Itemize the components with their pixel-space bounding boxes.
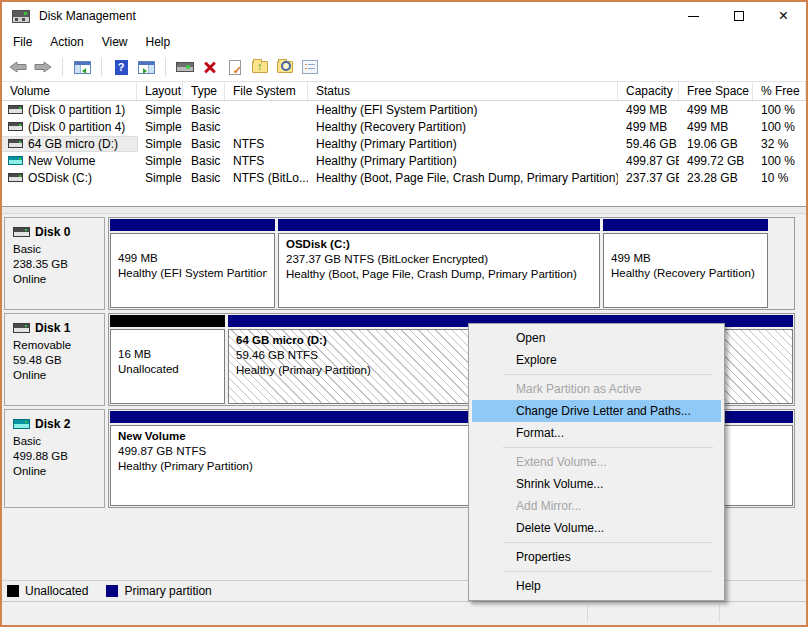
close-button[interactable]: × bbox=[761, 2, 806, 30]
primary-partition-band bbox=[603, 219, 768, 231]
forward-arrow-icon bbox=[34, 61, 52, 73]
partition-name: OSDisk (C:) bbox=[286, 237, 592, 252]
menu-item-help[interactable]: Help bbox=[472, 575, 721, 597]
volume-name: (Disk 0 partition 4) bbox=[28, 120, 125, 134]
disk-management-window: Disk Management × File Action View Help bbox=[0, 0, 808, 627]
column-header-status[interactable]: Status bbox=[308, 82, 618, 100]
menu-item-format[interactable]: Format... bbox=[472, 422, 721, 444]
volume-disk-icon bbox=[8, 156, 23, 165]
table-row[interactable]: OSDisk (C:) Simple Basic NTFS (BitLo... … bbox=[2, 169, 806, 186]
column-header-type[interactable]: Type bbox=[183, 82, 225, 100]
unallocated-band bbox=[110, 315, 225, 327]
menu-item-explore[interactable]: Explore bbox=[472, 349, 721, 371]
toolbar bbox=[2, 53, 806, 82]
minimize-button[interactable] bbox=[671, 2, 716, 30]
disk-size: 59.48 GB bbox=[13, 353, 100, 368]
menu-item-open[interactable]: Open bbox=[472, 327, 721, 349]
partition-efi-system[interactable]: 499 MB Healthy (EFI System Partition) bbox=[110, 219, 275, 308]
type-cell: Basic bbox=[183, 103, 225, 117]
menu-separator bbox=[503, 542, 713, 543]
menu-action[interactable]: Action bbox=[41, 32, 92, 52]
open-folder-icon bbox=[252, 61, 268, 73]
capacity-cell: 499 MB bbox=[618, 120, 679, 134]
explore-folder-icon bbox=[277, 61, 293, 73]
device-view-button[interactable] bbox=[175, 57, 195, 77]
forward-button[interactable] bbox=[33, 57, 53, 77]
column-header-capacity[interactable]: Capacity bbox=[618, 82, 679, 100]
partition-osdisk-c[interactable]: OSDisk (C:) 237.37 GB NTFS (BitLocker En… bbox=[278, 219, 600, 308]
column-header-layout[interactable]: Layout bbox=[137, 82, 183, 100]
menu-item-delete-volume[interactable]: Delete Volume... bbox=[472, 517, 721, 539]
open-folder-button[interactable] bbox=[250, 57, 270, 77]
menu-item-shrink-volume[interactable]: Shrink Volume... bbox=[472, 473, 721, 495]
disk-2-label-panel[interactable]: Disk 2 Basic 499.88 GB Online bbox=[4, 409, 105, 508]
document-check-icon bbox=[229, 60, 241, 75]
window-title: Disk Management bbox=[39, 9, 136, 23]
menu-item-extend-volume: Extend Volume... bbox=[472, 451, 721, 473]
menu-item-change-drive-letter[interactable]: Change Drive Letter and Paths... bbox=[472, 400, 721, 422]
menu-item-properties[interactable]: Properties bbox=[472, 546, 721, 568]
volume-name: New Volume bbox=[28, 154, 95, 168]
file-system-cell: NTFS (BitLo... bbox=[225, 171, 308, 185]
console-tree-icon bbox=[74, 61, 91, 74]
pct-free-cell: 100 % bbox=[753, 103, 806, 117]
table-row[interactable]: New Volume Simple Basic NTFS Healthy (Pr… bbox=[2, 152, 806, 169]
primary-partition-band bbox=[278, 219, 600, 231]
table-row[interactable]: (Disk 0 partition 1) Simple Basic Health… bbox=[2, 101, 806, 118]
column-header-file-system[interactable]: File System bbox=[225, 82, 308, 100]
pct-free-cell: 100 % bbox=[753, 120, 806, 134]
help-button[interactable] bbox=[111, 57, 131, 77]
menu-view[interactable]: View bbox=[93, 32, 137, 52]
status-cell: Healthy (Boot, Page File, Crash Dump, Pr… bbox=[308, 171, 618, 185]
volume-name: 64 GB micro (D:) bbox=[28, 137, 118, 151]
delete-volume-button[interactable] bbox=[200, 57, 220, 77]
menu-separator bbox=[503, 447, 713, 448]
free-space-cell: 499.72 GB bbox=[679, 154, 753, 168]
show-console-tree-button[interactable] bbox=[72, 57, 92, 77]
partition-recovery[interactable]: 499 MB Healthy (Recovery Partition) bbox=[603, 219, 768, 308]
layout-cell: Simple bbox=[137, 171, 183, 185]
show-action-pane-button[interactable] bbox=[136, 57, 156, 77]
legend-label: Primary partition bbox=[124, 584, 211, 598]
column-header-volume[interactable]: Volume bbox=[2, 82, 137, 100]
volume-disk-icon bbox=[8, 173, 23, 182]
disk-1-label-panel[interactable]: Disk 1 Removable 59.48 GB Online bbox=[4, 313, 105, 406]
capacity-cell: 499 MB bbox=[618, 103, 679, 117]
disk-0-row: Disk 0 Basic 238.35 GB Online 499 MB Hea… bbox=[4, 217, 795, 310]
disk-name: Disk 0 bbox=[35, 225, 70, 239]
menu-item-mark-partition-active: Mark Partition as Active bbox=[472, 378, 721, 400]
table-row-selected[interactable]: 64 GB micro (D:) Simple Basic NTFS Healt… bbox=[2, 135, 806, 152]
disk-type: Removable bbox=[13, 338, 100, 353]
disk-size: 499.88 GB bbox=[13, 449, 100, 464]
column-header-pct-free[interactable]: % Free bbox=[753, 82, 806, 100]
file-system-cell: NTFS bbox=[225, 154, 308, 168]
disk-0-partitions: 499 MB Healthy (EFI System Partition) OS… bbox=[108, 217, 795, 310]
disk-0-label-panel[interactable]: Disk 0 Basic 238.35 GB Online bbox=[4, 217, 105, 310]
menu-separator bbox=[503, 571, 713, 572]
free-space-cell: 499 MB bbox=[679, 120, 753, 134]
partition-status: Healthy (EFI System Partition) bbox=[118, 266, 267, 281]
help-icon bbox=[115, 60, 128, 75]
back-button[interactable] bbox=[8, 57, 28, 77]
column-header-free-space[interactable]: Free Space bbox=[679, 82, 753, 100]
explore-folder-button[interactable] bbox=[275, 57, 295, 77]
toolbar-separator bbox=[101, 58, 102, 76]
table-row[interactable]: (Disk 0 partition 4) Simple Basic Health… bbox=[2, 118, 806, 135]
partition-size: 237.37 GB NTFS (BitLocker Encrypted) bbox=[286, 252, 592, 267]
pane-splitter[interactable] bbox=[2, 206, 806, 214]
pct-free-cell: 32 % bbox=[753, 137, 806, 151]
maximize-button[interactable] bbox=[716, 2, 761, 30]
partition-status: Healthy (Recovery Partition) bbox=[611, 266, 760, 281]
menu-help[interactable]: Help bbox=[137, 32, 180, 52]
primary-partition-swatch-icon bbox=[106, 585, 118, 597]
minimize-icon bbox=[688, 16, 699, 17]
tasks-button[interactable] bbox=[300, 57, 320, 77]
menu-file[interactable]: File bbox=[4, 32, 41, 52]
properties-check-button[interactable] bbox=[225, 57, 245, 77]
maximize-icon bbox=[734, 11, 744, 21]
disk-state: Online bbox=[13, 272, 100, 287]
capacity-cell: 237.37 GB bbox=[618, 171, 679, 185]
partition-unallocated[interactable]: 16 MB Unallocated bbox=[110, 315, 225, 404]
disk-icon bbox=[13, 227, 30, 237]
title-bar: Disk Management × bbox=[2, 2, 806, 30]
